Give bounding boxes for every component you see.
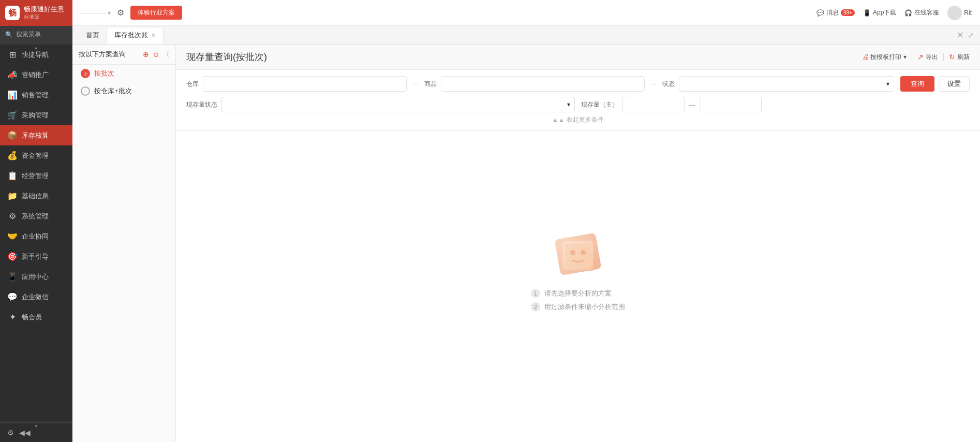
collapse-filter-label: 收起更多条件 <box>567 115 604 124</box>
online-service-button[interactable]: 🎧 在线客服 <box>904 8 939 17</box>
sidebar-item-basic[interactable]: 📁 基础信息 <box>0 186 72 206</box>
warehouse-more[interactable]: ··· <box>413 80 418 87</box>
tab-inventory-batch[interactable]: 库存批次账 ✕ <box>107 27 164 43</box>
sidebar-item-wechat[interactable]: 💬 企业微信 <box>0 287 72 307</box>
right-panel-wrapper: 现存量查询(按批次) 🖨 按模板打印 ▾ ↗ 导出 <box>176 45 980 442</box>
sidebar-item-marketing[interactable]: 📣 营销推广 <box>0 65 72 85</box>
refresh-icon: ↻ <box>949 53 955 61</box>
empty-tips: 1 请先选择要分析的方案 2 用过滤条件来缩小分析范围 <box>531 289 625 312</box>
tab-home[interactable]: 首页 <box>79 27 107 43</box>
sidebar-item-quick-nav[interactable]: ⊞ 快捷导航 <box>0 45 72 65</box>
manage-scheme-icon[interactable]: ⊙ <box>153 51 159 58</box>
page-title: 现存量查询(按批次) <box>186 51 267 63</box>
sidebar-item-sales[interactable]: 📊 销售管理 <box>0 85 72 105</box>
expand-icon[interactable]: ⤢ <box>968 31 974 39</box>
settings-footer-icon[interactable]: ⚙ <box>7 429 14 437</box>
divider-2 <box>943 53 944 61</box>
sidebar-item-label: 库存核算 <box>22 131 49 140</box>
filter-area: 仓库 ··· 商品 ··· 状态 <box>176 70 980 131</box>
left-panel: 按以下方案查询 ⊕ ⊙ 《 ◎ 按批次 ○ 按仓库+批次 <box>72 45 176 442</box>
sales-icon: 📊 <box>7 90 18 100</box>
inventory-icon: 📦 <box>7 130 18 140</box>
sidebar-footer: ⚙ ◀◀ <box>0 423 72 442</box>
empty-state: 1 请先选择要分析的方案 2 用过滤条件来缩小分析范围 <box>176 131 980 442</box>
sidebar-item-label: 销售管理 <box>22 91 49 100</box>
tip2-num: 2 <box>531 302 540 312</box>
print-dropdown[interactable]: 🖨 按模板打印 ▾ <box>862 53 907 62</box>
print-icon: 🖨 <box>862 53 869 61</box>
sidebar-item-newbie[interactable]: 🎯 新手引导 <box>0 246 72 267</box>
sidebar-item-app-center[interactable]: 📱 应用中心 <box>0 267 72 287</box>
operations-icon: 📋 <box>7 171 18 181</box>
sidebar-item-purchase[interactable]: 🛒 采购管理 <box>0 105 72 125</box>
stock-status-select[interactable]: ▾ <box>221 97 575 112</box>
stock-amount-min[interactable] <box>622 97 685 112</box>
status-select[interactable]: ▾ <box>679 76 894 92</box>
settings-button[interactable]: 设置 <box>939 76 970 92</box>
product-input[interactable] <box>441 76 645 92</box>
warehouse-input[interactable] <box>203 76 407 92</box>
online-service-label: 在线客服 <box>914 8 939 17</box>
quick-nav-icon: ⊞ <box>7 50 18 60</box>
trial-button[interactable]: 体验行业方案 <box>130 6 182 20</box>
newbie-icon: 🎯 <box>7 252 18 261</box>
sidebar-item-label: 基础信息 <box>22 191 49 201</box>
collapse-filter-button[interactable]: ▲▲ 收起更多条件 <box>186 112 970 124</box>
scheme-dot-filled: ◎ <box>81 69 90 78</box>
sidebar-search[interactable]: 🔍 搜索菜单 <box>0 26 72 43</box>
messages-button[interactable]: 💬 消息 99+ <box>816 8 855 17</box>
scheme-by-batch[interactable]: ◎ 按批次 <box>72 65 175 82</box>
left-panel-title: 按以下方案查询 <box>79 50 126 59</box>
product-more[interactable]: ··· <box>651 80 656 87</box>
stock-amount-dash: — <box>689 101 695 109</box>
sidebar-item-operations[interactable]: 📋 经营管理 <box>0 166 72 186</box>
scheme-dot-outline: ○ <box>81 86 90 96</box>
user-name: Rit <box>964 9 972 17</box>
topbar-gear-icon[interactable]: ⚙ <box>117 8 124 18</box>
refresh-button[interactable]: ↻ 刷新 <box>949 53 970 62</box>
app-title: 畅康通好生意 <box>24 5 64 14</box>
refresh-label: 刷新 <box>957 53 970 62</box>
app-title-block: 畅康通好生意 标准版 <box>24 5 64 21</box>
scheme-by-warehouse-batch-label: 按仓库+批次 <box>94 86 132 96</box>
tabbar: 首页 库存批次账 ✕ ✕ ⤢ <box>72 26 980 45</box>
user-avatar <box>947 6 962 20</box>
user-profile[interactable]: Rit <box>947 6 972 20</box>
messages-badge: 99+ <box>841 9 855 16</box>
add-scheme-icon[interactable]: ⊕ <box>143 50 149 58</box>
close-panel-icon[interactable]: ✕ <box>957 30 963 40</box>
sidebar-item-label: 经营管理 <box>22 171 49 181</box>
export-button[interactable]: ↗ 导出 <box>917 53 938 62</box>
app-download-label: App下载 <box>873 8 896 17</box>
stock-amount-max[interactable] <box>700 97 762 112</box>
sidebar-item-finance[interactable]: 💰 资金管理 <box>0 145 72 166</box>
stock-amount-label: 现存量（主） <box>581 100 618 109</box>
tab-close-icon[interactable]: ✕ <box>151 32 156 39</box>
tip2-text: 用过滤条件来缩小分析范围 <box>544 302 625 312</box>
wechat-icon: 💬 <box>7 292 18 302</box>
collapse-sidebar-icon[interactable]: ◀◀ <box>19 429 31 437</box>
sidebar-item-vip[interactable]: ✦ 畅会员 <box>0 307 72 327</box>
sidebar-item-system[interactable]: ⚙ 系统管理 <box>0 206 72 226</box>
breadcrumb: ———— ▾ <box>81 9 111 17</box>
scheme-by-batch-label: 按批次 <box>94 69 114 78</box>
sidebar-item-label: 企业微信 <box>22 292 49 302</box>
app-download-button[interactable]: 📱 App下载 <box>863 8 896 17</box>
tab-home-label: 首页 <box>86 31 99 40</box>
sidebar-item-label: 营销推广 <box>22 70 49 80</box>
empty-icon <box>552 231 604 283</box>
warehouse-label: 仓库 <box>186 80 199 89</box>
app-download-icon: 📱 <box>863 9 871 17</box>
sidebar-item-inventory[interactable]: 📦 库存核算 <box>0 125 72 145</box>
sidebar-item-enterprise[interactable]: 🤝 企业协同 <box>0 226 72 246</box>
status-label: 状态 <box>662 80 675 89</box>
app-edition: 标准版 <box>24 13 64 21</box>
query-button[interactable]: 查询 <box>900 76 934 92</box>
collapse-left-panel-icon[interactable]: 《 <box>163 50 169 59</box>
scheme-by-warehouse-batch[interactable]: ○ 按仓库+批次 <box>72 82 175 100</box>
stock-status-label: 现存量状态 <box>186 100 217 109</box>
left-panel-actions: ⊕ ⊙ 《 <box>143 50 169 59</box>
enterprise-icon: 🤝 <box>7 231 18 241</box>
empty-box-face <box>562 241 593 270</box>
product-filter: 商品 ··· <box>424 76 656 92</box>
